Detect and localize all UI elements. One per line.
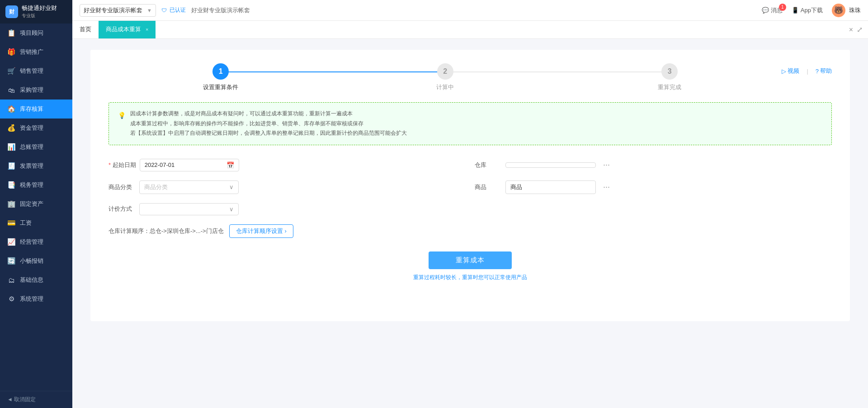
- help-label: 帮助: [820, 67, 832, 75]
- app-download-label: App下载: [801, 6, 823, 14]
- user-profile-btn[interactable]: 🐻 珠珠: [832, 4, 861, 17]
- pricing-group: 计价方式 ∨: [108, 203, 466, 215]
- message-icon: 💬: [762, 7, 769, 14]
- step3-label: 重算完成: [658, 83, 681, 91]
- sidebar-item-label: 库存核算: [20, 105, 43, 113]
- warehouse-label: 仓库: [475, 161, 502, 169]
- sidebar-nav: 📋 项目顾问 🎁 营销推广 🛒 销售管理 🛍 采购管理 🏠 库存核算 💰 资金管…: [0, 24, 72, 391]
- sidebar-item-basic[interactable]: 🗂 基础信息: [0, 270, 72, 289]
- step3-circle: 3: [661, 63, 678, 80]
- product-input-right: 商品 ···: [505, 180, 832, 194]
- ledger-icon: 📊: [7, 143, 15, 151]
- sidebar-pin-toggle[interactable]: ◄ 取消固定: [0, 391, 72, 408]
- help-link[interactable]: ? 帮助: [816, 67, 832, 75]
- form-row-2: 商品分类 商品分类 ∨ 商品 商品 ···: [108, 180, 832, 194]
- app-download-btn[interactable]: 📱 App下载: [792, 6, 823, 14]
- category-select[interactable]: 商品分类 ∨: [139, 180, 239, 194]
- expand-window-btn[interactable]: ⤢: [857, 25, 863, 34]
- video-link[interactable]: ▷ 视频: [782, 67, 799, 75]
- category-placeholder: 商品分类: [144, 183, 168, 191]
- sidebar-item-label: 小畅报销: [20, 257, 43, 265]
- product-more-btn[interactable]: ···: [599, 181, 613, 193]
- sidebar-item-payroll[interactable]: 💳 工资: [0, 213, 72, 232]
- warehouse-more-btn[interactable]: ···: [599, 159, 613, 171]
- logo-icon: 财: [5, 5, 18, 18]
- assets-icon: 🏢: [7, 200, 15, 208]
- sidebar-item-tax[interactable]: 📑 税务管理: [0, 176, 72, 195]
- start-date-input[interactable]: 2022-07-01 📅: [140, 159, 239, 171]
- steps-help: ▷ 视频 | ? 帮助: [782, 63, 832, 75]
- sidebar-item-label: 固定资产: [20, 200, 43, 208]
- avatar: 🐻: [832, 4, 845, 17]
- submit-hint: 重算过程耗时较长，重算时您可以正常使用产品: [413, 274, 527, 281]
- sidebar-item-sales[interactable]: 🛒 销售管理: [0, 62, 72, 81]
- tax-icon: 📑: [7, 181, 15, 189]
- category-chevron-icon: ∨: [229, 184, 234, 190]
- marketing-icon: 🎁: [7, 48, 15, 56]
- calendar-icon[interactable]: 📅: [226, 161, 234, 169]
- step2-label: 计算中: [436, 83, 454, 91]
- phone-icon: 📱: [792, 7, 799, 14]
- warehouse-order-settings-btn[interactable]: 仓库计算顺序设置 ›: [229, 224, 293, 238]
- sidebar-item-label: 项目顾问: [20, 29, 43, 37]
- warehouse-order-label: 仓库计算顺序：总仓->深圳仓库->...->门店仓: [108, 227, 224, 235]
- notice-text: 因成本计算参数调整，或是对商品成本有疑问时，可以通过成本重算功能，重新计算一遍成…: [130, 109, 407, 138]
- warehouse-input-right: ···: [505, 159, 832, 171]
- warehouse-group: 仓库 ···: [475, 159, 832, 171]
- invoice-icon: 🧾: [7, 162, 15, 170]
- tab-home[interactable]: 首页: [72, 21, 99, 38]
- start-date-value: 2022-07-01: [145, 161, 224, 168]
- sidebar-item-label: 系统管理: [20, 295, 43, 303]
- sidebar-item-inventory[interactable]: 🏠 库存核算: [0, 100, 72, 119]
- sidebar-item-operations[interactable]: 📈 经营管理: [0, 232, 72, 251]
- topbar: 好业财专业版演示帐套 ▼ 🛡 已认证 好业财专业版演示帐套 💬 消息 1 📱 A…: [72, 0, 868, 21]
- purchase-icon: 🛍: [7, 86, 15, 94]
- sales-icon: 🛒: [7, 67, 15, 75]
- message-btn[interactable]: 💬 消息 1: [762, 6, 783, 14]
- main-area: 好业财专业版演示帐套 ▼ 🛡 已认证 好业财专业版演示帐套 💬 消息 1 📱 A…: [72, 0, 868, 408]
- tab-home-label: 首页: [80, 25, 91, 33]
- tab-cost-recalc[interactable]: 商品成本重算 ×: [99, 21, 156, 38]
- sidebar-item-assets[interactable]: 🏢 固定资产: [0, 195, 72, 213]
- system-icon: ⚙: [7, 295, 15, 303]
- step2-line: [445, 71, 670, 72]
- start-date-group: 起始日期 2022-07-01 📅: [108, 159, 466, 171]
- sidebar-item-label: 工资: [20, 219, 32, 227]
- account-selector[interactable]: 好业财专业版演示帐套 ▼: [80, 4, 156, 17]
- tab-close-btn[interactable]: ×: [146, 27, 148, 32]
- expense-icon: 🔄: [7, 257, 15, 265]
- sidebar-item-ledger[interactable]: 📊 总账管理: [0, 138, 72, 157]
- sidebar-item-project[interactable]: 📋 项目顾问: [0, 24, 72, 43]
- close-window-btn[interactable]: ×: [849, 26, 853, 34]
- notice-icon: 💡: [118, 110, 126, 138]
- category-group: 商品分类 商品分类 ∨: [108, 180, 466, 194]
- sidebar-item-finance[interactable]: 💰 资金管理: [0, 119, 72, 138]
- warehouse-order-row: 仓库计算顺序：总仓->深圳仓库->...->门店仓 仓库计算顺序设置 ›: [108, 224, 832, 238]
- tabs-bar: 首页 商品成本重算 × × ⤢: [72, 21, 868, 39]
- warehouse-input[interactable]: [505, 162, 596, 168]
- account-chevron-icon: ▼: [147, 8, 152, 13]
- finance-icon: 💰: [7, 124, 15, 132]
- pricing-chevron-icon: ∨: [229, 206, 234, 213]
- step-2: 2 计算中: [333, 63, 557, 91]
- sidebar-item-label: 税务管理: [20, 181, 43, 189]
- inventory-icon: 🏠: [7, 105, 15, 113]
- sidebar-item-invoice[interactable]: 🧾 发票管理: [0, 157, 72, 176]
- sidebar-item-marketing[interactable]: 🎁 营销推广: [0, 43, 72, 62]
- sidebar-item-label: 营销推广: [20, 48, 43, 56]
- sidebar-item-purchase[interactable]: 🛍 采购管理: [0, 81, 72, 100]
- pricing-select[interactable]: ∨: [139, 203, 239, 215]
- product-input[interactable]: 商品: [505, 180, 596, 194]
- steps: 1 设置重算条件 2 计算中 3 重算完成: [108, 63, 782, 91]
- warehouse-btn-arrow-icon: ›: [285, 228, 287, 234]
- basic-icon: 🗂: [7, 276, 15, 284]
- form-row-1: 起始日期 2022-07-01 📅 仓库 ···: [108, 159, 832, 171]
- shield-icon: 🛡: [161, 7, 167, 14]
- submit-btn[interactable]: 重算成本: [429, 251, 512, 269]
- project-icon: 📋: [7, 29, 15, 37]
- product-label: 商品: [475, 183, 502, 191]
- sidebar-item-expense[interactable]: 🔄 小畅报销: [0, 251, 72, 270]
- help-icon: ?: [816, 68, 819, 75]
- tabs-actions: × ⤢: [844, 21, 868, 38]
- sidebar-item-system[interactable]: ⚙ 系统管理: [0, 289, 72, 308]
